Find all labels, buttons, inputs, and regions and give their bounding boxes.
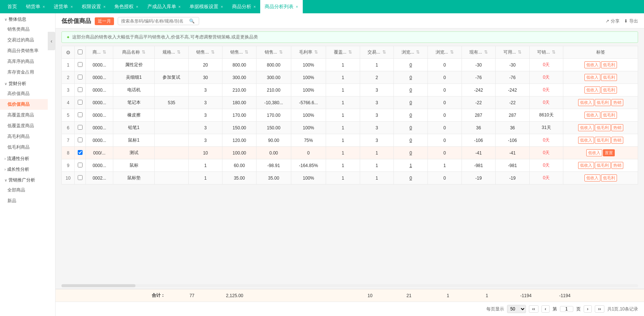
row-col7-link[interactable]: 0 (409, 138, 412, 143)
scrollbar-thumb[interactable] (61, 284, 135, 287)
row-checkbox[interactable] (78, 125, 83, 130)
settings-icon[interactable]: ⚙ (66, 50, 71, 55)
th-margin[interactable]: 毛利率 ⇅ (291, 46, 326, 59)
row-checkbox[interactable] (78, 112, 83, 117)
th-views2[interactable]: 浏览... ⇅ (428, 46, 462, 59)
first-page-button[interactable]: ‹‹ (529, 305, 539, 313)
sidebar-item-high-inventory[interactable]: 高库序的商品 (0, 56, 48, 67)
export-button[interactable]: ⬇ 导出 (624, 18, 638, 24)
th-gear[interactable]: ⚙ (62, 46, 75, 59)
th-views1[interactable]: 浏览... ⇅ (394, 46, 428, 59)
last-page-button[interactable]: ›› (595, 305, 604, 313)
filter-period-button[interactable]: 近一月 (95, 17, 114, 25)
sidebar-collapse-button[interactable]: ‹ (48, 32, 55, 50)
share-button[interactable]: ↗ 分享 (606, 18, 620, 24)
select-all-checkbox[interactable] (78, 50, 83, 54)
next-page-button[interactable]: › (584, 305, 592, 313)
th-transactions[interactable]: 交易... ⇅ (360, 46, 394, 59)
close-role-auth-icon[interactable]: × (136, 4, 138, 9)
th-coverage[interactable]: 覆盖... ⇅ (326, 46, 360, 59)
sidebar-item-category-sales[interactable]: 商品分类销售率 (0, 45, 48, 56)
th-code[interactable]: 商... ⇅ (86, 46, 113, 59)
close-analysis-icon[interactable]: × (254, 4, 256, 9)
row-checkbox[interactable] (78, 87, 83, 92)
th-available-stock[interactable]: 可用... ⇅ (496, 46, 530, 59)
sidebar-group-marketing[interactable]: ∨ 营销推广分析 (0, 174, 48, 185)
row-num: 3 (62, 84, 75, 96)
row-checkbox[interactable] (78, 62, 83, 67)
row-col7-link[interactable]: 1 (409, 163, 412, 168)
tag-label: 低收入 (584, 74, 600, 81)
nav-template-settings[interactable]: 单据模板设置 × (185, 0, 227, 13)
page-size-select[interactable]: 50 100 200 (507, 305, 526, 313)
row-col7-link[interactable]: 0 (409, 125, 412, 130)
th-sellable-stock[interactable]: 可销... ⇅ (529, 46, 563, 59)
row-col7-link[interactable]: 0 (409, 113, 412, 118)
th-sales1[interactable]: 销售... ⇅ (188, 46, 222, 59)
row-col7-link[interactable]: 0 (409, 88, 412, 93)
sidebar-item-low-coverage[interactable]: 低覆盖度商品 (0, 120, 48, 131)
th-sales2[interactable]: 销售... ⇅ (222, 46, 256, 59)
row-col1: 3 (188, 134, 222, 147)
row-checkbox[interactable] (78, 175, 83, 180)
row-tags: 低收入低毛利 (563, 59, 638, 71)
row-col7: 0 (394, 172, 428, 184)
th-spec[interactable]: 规格... ⇅ (155, 46, 189, 59)
search-input[interactable] (121, 18, 188, 24)
sidebar-item-low-margin[interactable]: 低毛利商品 (0, 142, 48, 153)
nav-product-storage[interactable]: 产成品入库单 × (143, 0, 185, 13)
row-checkbox-cell (75, 159, 86, 172)
row-col9: -242 (462, 84, 496, 96)
sidebar-group-growth[interactable]: › 成长性分析 (0, 163, 48, 174)
row-col7-link[interactable]: 0 (409, 100, 412, 105)
horizontal-scrollbar[interactable] (61, 284, 638, 287)
row-col7-link[interactable]: 0 (409, 176, 412, 181)
sidebar-item-low-value[interactable]: 低价值商品 (0, 99, 48, 110)
nav-purchase-order[interactable]: 进货单 × (49, 0, 77, 13)
sidebar-item-high-margin[interactable]: 高毛利商品 (0, 131, 48, 142)
row-checkbox[interactable] (78, 150, 83, 155)
sidebar-group-financial[interactable]: ∨ 货财分析 (0, 78, 48, 88)
nav-role-auth[interactable]: 角色授权 × (110, 0, 142, 13)
sidebar-group-overall[interactable]: ∨ 整体信息 (0, 13, 48, 24)
row-col7-link[interactable]: 0 (409, 150, 412, 156)
sidebar-item-sales-products[interactable]: 销售类商品 (0, 24, 48, 35)
row-checkbox[interactable] (78, 137, 83, 142)
row-col6: 3 (360, 84, 394, 96)
close-analysis-list-icon[interactable]: × (296, 4, 298, 9)
row-checkbox[interactable] (78, 75, 83, 79)
sort-transactions-icon: ⇅ (382, 50, 386, 55)
row-col7-link[interactable]: 0 (409, 62, 412, 68)
close-purchase-order-icon[interactable]: × (70, 4, 73, 9)
close-template-icon[interactable]: × (221, 4, 223, 9)
prev-page-button[interactable]: ‹ (541, 305, 550, 313)
th-current-stock[interactable]: 现有... ⇅ (462, 46, 496, 59)
sidebar-group-circulation[interactable]: › 流通性分析 (0, 153, 48, 163)
row-col10: 287 (496, 109, 530, 122)
row-days: 31天 (529, 122, 563, 134)
close-product-storage-icon[interactable]: × (178, 4, 181, 9)
sidebar-item-all-products[interactable]: 全部商品 (0, 185, 48, 196)
sidebar-item-high-coverage[interactable]: 高覆盖度商品 (0, 110, 48, 120)
th-sales3[interactable]: 销售... ⇅ (256, 46, 291, 59)
row-checkbox[interactable] (78, 100, 83, 105)
nav-product-analysis-list[interactable]: 商品分析列表 × (260, 0, 302, 13)
sidebar-item-high-value[interactable]: 高价值商品 (0, 88, 48, 99)
nav-product-analysis[interactable]: 商品分析 × (228, 0, 260, 13)
th-name[interactable]: 商品名称 ⇅ (113, 46, 154, 59)
sidebar-item-new-products[interactable]: 新品 (0, 196, 48, 206)
row-checkbox[interactable] (78, 163, 83, 167)
table-row: 4 0000... 笔记本 535 3 180.00 -10,380... -5… (62, 96, 638, 109)
sidebar-item-traded-products[interactable]: 交易过的商品 (0, 35, 48, 45)
nav-permission-settings[interactable]: 权限设置 × (77, 0, 110, 13)
table-wrapper[interactable]: ⚙ 商... ⇅ 商品名称 ⇅ 规格... ⇅ 销售... ⇅ 销售... ⇅ … (56, 46, 644, 283)
sidebar-group-growth-label: 成长性分析 (7, 166, 29, 173)
close-sales-order-icon[interactable]: × (43, 4, 45, 9)
current-page-input[interactable] (560, 306, 573, 312)
sidebar-item-inventory-capital[interactable]: 库存资金占用 (0, 67, 48, 78)
row-col7-link[interactable]: 0 (409, 75, 412, 80)
close-permission-icon[interactable]: × (103, 4, 105, 9)
nav-sales-order[interactable]: 销货单 × (21, 0, 49, 13)
search-icon[interactable]: 🔍 (189, 18, 195, 24)
nav-home[interactable]: 首页 (3, 0, 21, 13)
